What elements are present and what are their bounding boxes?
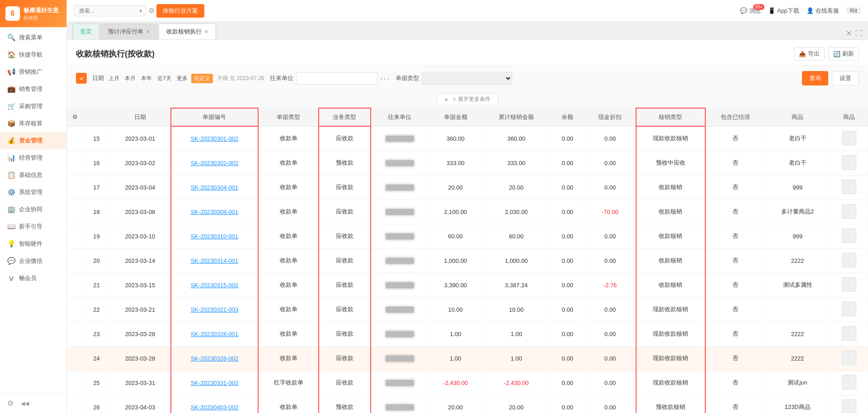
sidebar-item-enterprise[interactable]: 🏢企业协同 [0, 201, 66, 218]
sidebar-item-finance[interactable]: 💰资金管理 [0, 132, 66, 149]
cell-seq: 23 [84, 322, 110, 346]
cell-bill-no[interactable]: SK-20230331-002 [171, 370, 258, 395]
col-header-balance[interactable]: 余额 [551, 108, 585, 126]
filter-bill-type-select[interactable] [422, 72, 512, 85]
receivable-tab-close[interactable]: ✕ [204, 29, 208, 35]
cell-settings[interactable] [67, 248, 84, 273]
tab-receivable[interactable]: 收款核销执行 ✕ [159, 24, 216, 39]
query-btn[interactable]: 查询 [802, 71, 828, 85]
sidebar-item-marketing[interactable]: 📢营销推广 [0, 63, 66, 81]
industry-btn[interactable]: 体验行业方案 [156, 4, 204, 18]
cell-bill-no[interactable]: SK-20230310-001 [171, 224, 258, 248]
settings-icon[interactable]: ⚙ [7, 399, 14, 408]
cell-settings[interactable] [67, 273, 84, 297]
cell-settings[interactable] [67, 175, 84, 199]
refresh-btn[interactable]: 🔄 刷新 [828, 47, 859, 61]
sidebar-item-hardware[interactable]: 💡智能硬件 [0, 235, 66, 252]
cell-bill-no[interactable]: SK-20230315-002 [171, 273, 258, 297]
avatar[interactable]: Rit [846, 7, 861, 14]
table-row[interactable]: 19 2023-03-10 SK-20230310-001 收款单 应收款 ██… [67, 224, 868, 248]
cell-settings[interactable] [67, 297, 84, 322]
cell-settings[interactable] [67, 151, 84, 175]
collapse-icon[interactable]: ◀◀ [21, 400, 29, 407]
tab-home[interactable]: 首页 [72, 24, 99, 39]
sidebar-item-member[interactable]: V畅会员 [0, 270, 66, 287]
col-header-bill-no[interactable]: 单据编号 [171, 108, 258, 126]
sidebar-item-sales[interactable]: 💼销售管理 [0, 81, 66, 98]
cell-settings[interactable] [67, 224, 84, 248]
export-btn[interactable]: 📤 导出 [794, 47, 825, 61]
cell-bill-no[interactable]: SK-20230308-001 [171, 199, 258, 224]
tab-payable[interactable]: 预计冲应付单 ✕ [100, 24, 158, 39]
cell-settings[interactable] [67, 395, 84, 413]
date-opt-last-month[interactable]: 上月 [107, 74, 121, 83]
cell-settings[interactable] [67, 322, 84, 346]
sidebar-item-system[interactable]: ⚙️系统管理 [0, 184, 66, 201]
table-row[interactable]: 26 2023-04-03 SK-20230403-002 收款单 预收款 ██… [67, 395, 868, 413]
table-row[interactable]: 15 2023-03-01 SK-20230301-002 收款单 应收款 ██… [67, 126, 868, 151]
cell-bill-no[interactable]: SK-20230403-002 [171, 395, 258, 413]
sidebar-item-purchase[interactable]: 🛒采购管理 [0, 98, 66, 115]
col-header-date[interactable]: 日期 [110, 108, 171, 126]
cell-bill-no[interactable]: SK-20230304-001 [171, 175, 258, 199]
filter-unit-input[interactable] [296, 72, 377, 85]
date-opt-this-year[interactable]: 本年 [139, 74, 154, 83]
table-row[interactable]: 25 2023-03-31 SK-20230331-002 红字收款单 应收款 … [67, 370, 868, 395]
table-row[interactable]: 16 2023-03-02 SK-20230302-002 收款单 预收款 ██… [67, 151, 868, 175]
col-header-settings[interactable]: ⚙ [67, 108, 84, 126]
tab-maximize-icon[interactable]: ⛶ [855, 29, 863, 38]
sidebar-item-search[interactable]: 🔍搜索菜单 [0, 29, 66, 46]
table-row[interactable]: 22 2023-03-21 SK-20230321-003 收款单 应收款 ██… [67, 297, 868, 322]
payable-tab-close[interactable]: ✕ [146, 29, 150, 35]
expand-more-btn[interactable]: ∨ ∨ 展开更多条件 [437, 93, 498, 105]
col-header-biz-type[interactable]: 业务类型 [319, 108, 371, 126]
cell-seq: 17 [84, 175, 110, 199]
topbar-search-input[interactable] [74, 5, 146, 16]
col-header-include-cleared[interactable]: 包含已结清 [705, 108, 765, 126]
cell-bill-no[interactable]: SK-20230321-003 [171, 297, 258, 322]
cell-bill-no[interactable]: SK-20230328-001 [171, 322, 258, 346]
sidebar-item-nav[interactable]: 🏠快捷导航 [0, 46, 66, 63]
col-header-cash-discount[interactable]: 现金折扣 [585, 108, 636, 126]
table-row[interactable]: 24 2023-03-28 SK-20230328-002 收款单 应收款 ██… [67, 346, 868, 370]
sidebar-item-basic[interactable]: 📋基础信息 [0, 166, 66, 184]
date-opt-7days[interactable]: 近7天 [156, 74, 173, 83]
sidebar-item-wechat[interactable]: 💬企业微信 [0, 252, 66, 270]
cell-settings[interactable] [67, 346, 84, 370]
col-header-writeoff-type[interactable]: 核销类型 [636, 108, 705, 126]
topbar-app-download[interactable]: 📱 App下载 [768, 7, 799, 15]
col-header-bill-type[interactable]: 单据类型 [258, 108, 319, 126]
sidebar-item-inventory[interactable]: 📦库存核算 [0, 115, 66, 132]
cell-cash-discount: 0.00 [585, 175, 636, 199]
topbar-gear-icon[interactable]: ⚙ [148, 6, 155, 15]
sidebar-item-operation[interactable]: 📊经营管理 [0, 149, 66, 166]
table-row[interactable]: 20 2023-03-14 SK-20230314-001 收款单 应收款 ██… [67, 248, 868, 273]
cell-bill-no[interactable]: SK-20230328-002 [171, 346, 258, 370]
cell-settings[interactable] [67, 199, 84, 224]
col-header-partner[interactable]: 往来单位 [371, 108, 429, 126]
table-row[interactable]: 23 2023-03-28 SK-20230328-001 收款单 应收款 ██… [67, 322, 868, 346]
filter-settings-btn[interactable]: 设置 [832, 71, 859, 85]
topbar-msg[interactable]: 💬 消息 99+ [740, 7, 761, 15]
topbar-service[interactable]: 👤 在线客服 [807, 7, 839, 15]
cell-settings[interactable] [67, 370, 84, 395]
date-opt-this-month[interactable]: 本月 [123, 74, 137, 83]
cell-bill-no[interactable]: SK-20230301-002 [171, 126, 258, 151]
filter-dots[interactable]: ··· [380, 73, 391, 84]
col-header-product[interactable]: 商品 [765, 108, 830, 126]
filter-expand-btn[interactable]: » [76, 73, 87, 84]
table-row[interactable]: 21 2023-03-15 SK-20230315-002 收款单 应收款 ██… [67, 273, 868, 297]
table-row[interactable]: 17 2023-03-04 SK-20230304-001 收款单 应收款 ██… [67, 175, 868, 199]
sidebar-item-guide[interactable]: 📖新手引导 [0, 218, 66, 235]
cell-bill-no[interactable]: SK-20230314-001 [171, 248, 258, 273]
col-header-written-off[interactable]: 累计核销金额 [482, 108, 550, 126]
date-opt-custom[interactable]: 自定义 [191, 74, 213, 83]
cell-settings[interactable] [67, 126, 84, 151]
table-row[interactable]: 18 2023-03-08 SK-20230308-001 收款单 应收款 ██… [67, 199, 868, 224]
tab-close-all-icon[interactable]: ✕ [846, 29, 852, 38]
cell-biz-type: 应收款 [319, 297, 371, 322]
col-header-product-thumb[interactable]: 商品 [830, 108, 868, 126]
date-opt-more[interactable]: 更多 [175, 74, 189, 83]
col-header-amount[interactable]: 单据金额 [429, 108, 482, 126]
cell-bill-no[interactable]: SK-20230302-002 [171, 151, 258, 175]
